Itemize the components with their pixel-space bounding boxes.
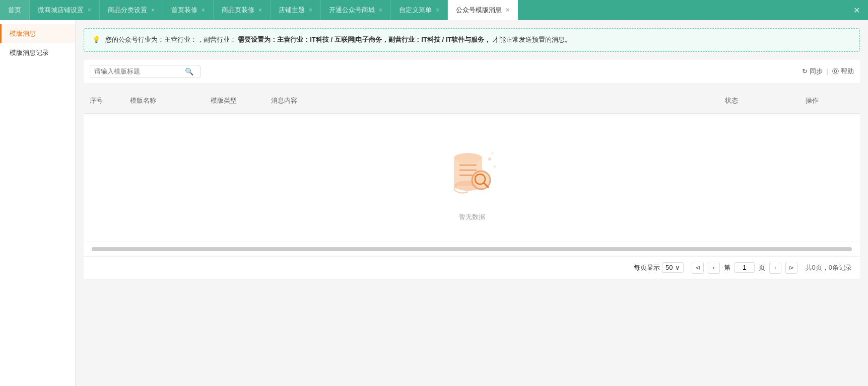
page-di-label: 第 [724,263,730,272]
notice-highlight: 需要设置为：主营行业：IT科技 / 互联网|电子商务，副营行业：IT科技 / I… [238,36,491,43]
empty-state: 暂无数据 [84,114,860,242]
toolbar-right: ↻ 同步 | ⓪ 帮助 [802,67,854,76]
table-header-操作: 操作 [799,93,860,108]
main-layout: 模版消息模版消息记录 💡 您的公众号行业为：主营行业：，副营行业： 需要设置为：… [0,20,868,386]
tab-close-wechat-shop[interactable]: × [88,7,91,14]
page-number-input[interactable] [735,262,755,273]
help-label: 帮助 [841,67,854,76]
tab-product-category[interactable]: 商品分类设置× [100,0,163,20]
chevron-down-icon: ∨ [675,264,680,271]
page-size-label: 每页显示 [634,263,660,272]
tab-close-custom-menu[interactable]: × [436,7,439,14]
bulb-icon: 💡 [92,36,100,43]
pagination: 每页显示 50 ∨ ⊲ ‹ 第 页 › ⊳ 共0页，0条记录 [84,256,860,279]
tab-shop-theme[interactable]: 店铺主题× [271,0,321,20]
tab-bar: 首页微商城店铺设置×商品分类设置×首页装修×商品页装修×店铺主题×开通公众号商城… [0,0,868,20]
table-header-模版类型: 模版类型 [205,93,265,108]
search-input[interactable] [94,67,185,75]
page-size-dropdown[interactable]: 50 ∨ [662,262,683,273]
tab-wechat-shop[interactable]: 微商城店铺设置× [30,0,100,20]
sync-label: 同步 [810,67,823,76]
svg-line-11 [491,152,493,154]
page-summary: 共0页，0条记录 [806,263,852,272]
scrollbar-row [84,242,860,256]
table-header-模版名称: 模版名称 [124,93,205,108]
svg-point-10 [494,166,496,168]
search-input-wrap[interactable]: 🔍 [90,65,201,78]
last-page-button[interactable]: ⊳ [785,262,797,274]
sidebar: 模版消息模版消息记录 [0,20,76,386]
prev-page-button[interactable]: ‹ [708,262,720,274]
notice-suffix: 才能正常发送预置的消息。 [493,36,571,43]
sync-button[interactable]: ↻ 同步 [802,67,823,76]
data-table: 序号模版名称模版类型消息内容状态操作 [84,88,860,279]
tab-close-home-decor[interactable]: × [202,7,205,14]
tab-home-decor[interactable]: 首页装修× [163,0,214,20]
search-icon[interactable]: 🔍 [185,67,193,75]
tab-home[interactable]: 首页 [0,0,30,20]
help-icon: ⓪ [832,67,839,76]
svg-point-9 [488,158,491,161]
notice-box: 💡 您的公众号行业为：主营行业：，副营行业： 需要设置为：主营行业：IT科技 /… [84,28,860,52]
page-size-value: 50 [665,264,673,271]
notice-prefix: 您的公众号行业为：主营行业：，副营行业： [105,36,236,43]
page-unit-label: 页 [759,263,765,272]
sidebar-item-template-msg-log[interactable]: 模版消息记录 [0,43,75,62]
content-area: 💡 您的公众号行业为：主营行业：，副营行业： 需要设置为：主营行业：IT科技 /… [76,20,868,386]
tab-close-open-mall[interactable]: × [379,7,382,14]
page-size-select: 每页显示 50 ∨ [634,262,683,273]
table-header-状态: 状态 [719,93,799,108]
tab-template-msg[interactable]: 公众号模版消息× [448,0,518,20]
tab-custom-menu[interactable]: 自定义菜单× [391,0,448,20]
tab-product-decor[interactable]: 商品页装修× [214,0,271,20]
tab-open-mall[interactable]: 开通公众号商城× [321,0,391,20]
table-header: 序号模版名称模版类型消息内容状态操作 [84,88,860,114]
tab-close-template-msg[interactable]: × [506,7,509,14]
sidebar-item-template-msg[interactable]: 模版消息 [0,24,75,43]
empty-icon [442,144,502,204]
horizontal-scrollbar[interactable] [92,247,852,251]
search-row: 🔍 ↻ 同步 | ⓪ 帮助 [84,60,860,83]
empty-text: 暂无数据 [459,212,485,221]
first-page-button[interactable]: ⊲ [692,262,704,274]
table-header-消息内容: 消息内容 [265,93,719,108]
tab-close-product-decor[interactable]: × [258,7,262,14]
close-all-button[interactable]: ✕ [845,6,868,15]
tab-close-product-category[interactable]: × [151,7,155,14]
next-page-button[interactable]: › [769,262,781,274]
tab-close-shop-theme[interactable]: × [309,7,312,14]
scrollbar-thumb[interactable] [92,247,852,251]
help-button[interactable]: ⓪ 帮助 [832,67,854,76]
divider: | [827,67,828,75]
table-header-序号: 序号 [84,93,124,108]
sync-icon: ↻ [802,67,808,75]
